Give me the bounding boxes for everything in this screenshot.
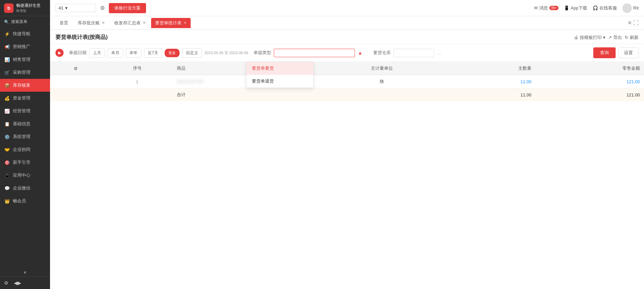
filter-bar: ▶ 单据日期 上月 本月 本年 近7天 更多 自定义 2023-05-06 至 … (50, 44, 644, 62)
template-print-button[interactable]: 🖨 按模板打印 ▾ (574, 35, 605, 41)
col-amount: 零售金额 (535, 62, 644, 75)
print-icon: 🖨 (574, 35, 578, 40)
sidebar-item-corp[interactable]: 🤝 企业协同 (0, 143, 50, 156)
tab-collect[interactable]: 收发存汇总表 ✕ (110, 18, 150, 28)
table-row: 1 商品名称示例 块 11.00 121.00 (50, 75, 644, 88)
warehouse-filter-input[interactable] (393, 49, 434, 57)
tab-batch[interactable]: 库存批次账 ✕ (74, 18, 109, 28)
settings-button[interactable]: 设置 (618, 47, 639, 58)
sidebar-nav: ⚡ 快捷导航 📢 营销推广 📊 销售管理 🛒 采购管理 📦 库存核算 💰 资金管… (0, 27, 50, 269)
query-button[interactable]: 查询 (593, 47, 616, 58)
type-filter-section: 单据类型 ▲ (254, 49, 362, 57)
export-button[interactable]: ↗ 导出 (608, 35, 622, 41)
footer-empty1 (50, 88, 101, 102)
dropdown-item-return[interactable]: 要货单退货 (246, 75, 313, 88)
appstore-icon: 📱 (4, 172, 10, 178)
company-selector[interactable]: 41 ▾ (55, 4, 96, 12)
wechat-icon: 💬 (4, 185, 10, 191)
warehouse-filter-section: 要货仓库 … (373, 49, 441, 57)
app-logo-text: 畅捷通好生意 标准版 (16, 3, 41, 13)
basic-icon: 📋 (4, 121, 10, 127)
footer-label: 合计 (173, 88, 318, 102)
footer-empty3 (318, 88, 446, 102)
sidebar-footer: ⚙ ◀▶ (0, 276, 50, 289)
col-settings[interactable]: ⚙ (50, 62, 101, 75)
sidebar-item-member[interactable]: 👑 畅会员 (0, 195, 50, 207)
tab-order-stat-close[interactable]: ✕ (184, 21, 187, 25)
date-btn-7days[interactable]: 近7天 (144, 48, 162, 58)
chevron-down-icon2: ▾ (603, 35, 605, 40)
operations-icon: 📈 (4, 108, 10, 114)
type-filter-label: 单据类型 (254, 50, 271, 56)
date-btn-this-year[interactable]: 本年 (126, 48, 141, 58)
sidebar-item-operations[interactable]: 📈 经营管理 (0, 105, 50, 117)
sidebar-item-guide[interactable]: 🎯 新手引导 (0, 156, 50, 169)
page-header: 要货单统计表(按商品) 🖨 按模板打印 ▾ ↗ 导出 ↻ 刷新 (50, 30, 644, 44)
sidebar-item-purchase[interactable]: 🛒 采购管理 (0, 66, 50, 79)
page-title: 要货单统计表(按商品) (55, 34, 108, 41)
refresh-icon: ↻ (625, 35, 628, 40)
app-download-item[interactable]: 📱 App下载 (564, 5, 587, 11)
search-icon: 🔍 (4, 20, 9, 24)
marketing-icon: 📢 (4, 44, 10, 50)
sidebar-item-marketing[interactable]: 📢 营销推广 (0, 40, 50, 53)
topbar-right: ✉ 消息 99+ 📱 App下载 🎧 在线客服 Rit (534, 3, 639, 13)
collapse-icon[interactable]: ◀▶ (14, 280, 21, 286)
sidebar-item-quick-nav[interactable]: ⚡ 快捷导航 (0, 27, 50, 40)
table-footer-row: 合计 11.00 121.00 (50, 88, 644, 102)
sidebar-item-wechat[interactable]: 💬 企业微信 (0, 182, 50, 195)
content-area: 要货单统计表(按商品) 🖨 按模板打印 ▾ ↗ 导出 ↻ 刷新 ▶ (50, 30, 644, 289)
dropdown-item-order[interactable]: 要货单要货 (246, 62, 313, 75)
cell-num: 1 (101, 75, 173, 88)
tab-batch-close[interactable]: ✕ (102, 21, 105, 25)
sidebar-search[interactable]: 🔍 搜索菜单 (0, 16, 50, 27)
sidebar-item-system[interactable]: ⚙️ 系统管理 (0, 130, 50, 143)
table-header-row: ⚙ 序号 商品 主计量单位 主数量 零售金额 (50, 62, 644, 75)
filter-more-icon[interactable]: … (437, 50, 441, 55)
close-all-icon: ✕ (627, 20, 632, 26)
topbar-left: 41 ▾ ⚙ 体验行业方案 (55, 3, 146, 13)
date-btn-this-month[interactable]: 本月 (108, 48, 123, 58)
messages-item[interactable]: ✉ 消息 99+ (534, 5, 558, 11)
quick-nav-icon: ⚡ (4, 31, 10, 37)
corp-icon: 🤝 (4, 147, 10, 153)
sidebar-item-finance[interactable]: 💰 资金管理 (0, 92, 50, 105)
sidebar-item-appstore[interactable]: 📱 应用中心 (0, 169, 50, 182)
sidebar-item-inventory[interactable]: 📦 库存核算 (0, 79, 50, 92)
settings-icon[interactable]: ⚙ (4, 280, 8, 286)
headset-icon: 🎧 (593, 5, 598, 10)
avatar (622, 3, 632, 13)
sales-icon: 📊 (4, 57, 10, 63)
purchase-icon: 🛒 (4, 69, 10, 75)
topbar-gear-icon[interactable]: ⚙ (100, 5, 105, 11)
sidebar-scroll-down[interactable]: ▼ (0, 269, 50, 276)
user-item[interactable]: Rit (622, 3, 639, 13)
table-wrapper: ⚙ 序号 商品 主计量单位 主数量 零售金额 1 (50, 62, 644, 101)
type-dropdown: 要货单要货 要货单退货 (246, 62, 314, 88)
date-btn-more[interactable]: 更多 (165, 49, 180, 57)
tab-close-all[interactable]: ✕ ⛶ (627, 20, 639, 26)
trial-button[interactable]: 体验行业方案 (109, 3, 146, 13)
date-btn-custom[interactable]: 自定义 (182, 48, 202, 58)
type-dropdown-arrow[interactable]: ▲ (358, 50, 362, 55)
cell-qty[interactable]: 11.00 (446, 75, 535, 88)
cell-amount[interactable]: 121.00 (535, 75, 644, 88)
date-btn-last-month[interactable]: 上月 (89, 48, 105, 58)
footer-qty: 11.00 (446, 88, 535, 102)
tab-collect-close[interactable]: ✕ (143, 21, 146, 25)
refresh-button[interactable]: ↻ 刷新 (625, 35, 639, 41)
expand-button[interactable]: ▶ (55, 49, 64, 57)
sidebar-item-sales[interactable]: 📊 销售管理 (0, 53, 50, 66)
guide-icon: 🎯 (4, 159, 10, 165)
table-settings-icon[interactable]: ⚙ (74, 66, 78, 71)
cell-settings (50, 75, 101, 88)
tab-order-stat[interactable]: 要货单统计表 ✕ (151, 18, 191, 28)
service-item[interactable]: 🎧 在线客服 (593, 5, 617, 11)
inventory-icon: 📦 (4, 82, 10, 88)
type-filter-input[interactable] (274, 49, 355, 57)
sidebar-item-basic[interactable]: 📋 基础信息 (0, 117, 50, 130)
tab-home[interactable]: 首页 (55, 18, 72, 28)
message-icon: ✉ (534, 5, 538, 10)
col-num: 序号 (101, 62, 173, 75)
date-range-label: 2023-05-06 至 2023-06-06 (205, 50, 248, 55)
